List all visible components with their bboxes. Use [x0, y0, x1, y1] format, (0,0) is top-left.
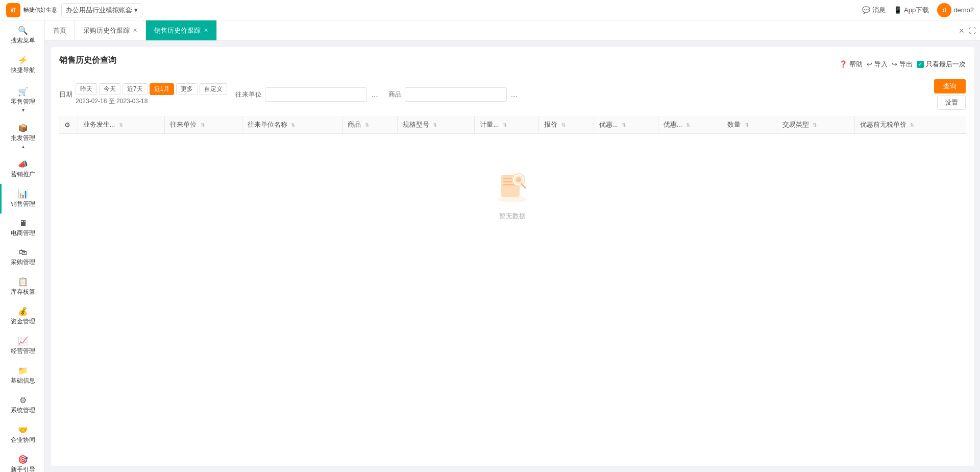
settings-button[interactable]: 设置	[937, 96, 966, 110]
main-layout: 🔍 搜索菜单 ⚡ 快捷导航 🛒 零售管理 ▾ 📦 批发管理 ▴ 📣 营销推广 📊…	[0, 20, 980, 472]
date-btn-last7[interactable]: 近7天	[122, 83, 148, 95]
system-icon: ⚙	[19, 395, 27, 405]
sidebar-item-system[interactable]: ⚙ 系统管理	[0, 390, 44, 420]
th-spec[interactable]: 规格型号 ⇅	[397, 116, 475, 134]
th-trade-type[interactable]: 交易类型 ⇅	[777, 116, 854, 134]
sidebar-label-ecommerce: 电商管理	[11, 229, 35, 238]
page-content: 销售历史价查询 ❓ 帮助 ↩ 导入 ↪ 导出	[45, 41, 980, 472]
sidebar-item-finance[interactable]: 💰 资金管理	[0, 301, 44, 331]
tab-purchase-history[interactable]: 采购历史价跟踪 ✕	[75, 20, 146, 40]
chevron-up-icon: ▴	[22, 144, 24, 149]
th-partner-code[interactable]: 往来单位 ⇅	[164, 116, 242, 134]
help-action[interactable]: ❓ 帮助	[839, 60, 863, 69]
sort-arrows-partner: ⇅	[201, 122, 205, 128]
empty-text: 暂无数据	[499, 211, 526, 221]
enterprise-icon: 🤝	[18, 425, 28, 435]
date-btn-yesterday[interactable]: 昨天	[76, 83, 97, 95]
logo-area: 好 畅捷信好生意	[6, 3, 57, 17]
only-last-checkbox-label[interactable]: ✓ 只看最后一次	[917, 60, 966, 69]
tab-sales-history[interactable]: 销售历史价跟踪 ✕	[146, 20, 217, 40]
th-gear[interactable]: ⚙	[59, 116, 78, 134]
product-input[interactable]	[405, 87, 507, 102]
sidebar-item-quick-nav[interactable]: ⚡ 快捷导航	[0, 50, 44, 80]
tabs-close-all-icon[interactable]: ✕	[959, 27, 965, 35]
sales-icon: 📊	[18, 189, 28, 199]
date-btn-last1m[interactable]: 近1月	[150, 83, 175, 95]
user-action[interactable]: d demo2	[937, 3, 974, 17]
th-discount2[interactable]: 优惠... ⇅	[658, 116, 722, 134]
sidebar-item-search-menu[interactable]: 🔍 搜索菜单	[0, 20, 44, 50]
query-button[interactable]: 查询	[934, 79, 966, 93]
product-picker-icon[interactable]: ...	[509, 90, 520, 99]
sidebar-item-sales[interactable]: 📊 销售管理	[0, 184, 44, 214]
tab-purchase-label: 采购历史价跟踪	[83, 26, 130, 35]
quick-nav-icon: ⚡	[18, 55, 28, 65]
sidebar-item-enterprise[interactable]: 🤝 企业协同	[0, 420, 44, 450]
tab-purchase-close-icon[interactable]: ✕	[133, 27, 137, 34]
th-quantity[interactable]: 数量 ⇅	[722, 116, 777, 134]
table-container: ⚙ 业务发生... ⇅ 往来单位 ⇅	[59, 116, 966, 251]
tab-home-label: 首页	[53, 26, 66, 35]
th-partner-name[interactable]: 往来单位名称 ⇅	[242, 116, 342, 134]
sort-arrows-trade: ⇅	[813, 122, 817, 128]
th-business-date-label: 业务发生...	[83, 121, 115, 128]
header-left: 好 畅捷信好生意 办公用品行业模拟账套 ▾	[6, 3, 142, 17]
page-title: 销售历史价查询	[59, 55, 116, 66]
th-pre-tax-label: 优惠前无税单价	[860, 121, 906, 128]
sidebar-item-retail[interactable]: 🛒 零售管理 ▾	[0, 82, 44, 118]
th-product[interactable]: 商品 ⇅	[342, 116, 397, 134]
message-action[interactable]: 💬 消息	[862, 6, 886, 15]
date-btn-custom[interactable]: 自定义	[200, 83, 227, 95]
sidebar-item-guide[interactable]: 🎯 新手引导	[0, 450, 44, 472]
tabs-expand-icon[interactable]: ⛶	[969, 27, 976, 35]
export-label: 导出	[899, 60, 913, 69]
gear-icon: ⚙	[64, 121, 70, 129]
phone-icon: 📱	[894, 6, 902, 14]
top-header: 好 畅捷信好生意 办公用品行业模拟账套 ▾ 💬 消息 📱 App下载 d dem…	[0, 0, 980, 20]
partner-input[interactable]	[265, 87, 367, 102]
th-unit-label: 计量...	[480, 121, 499, 128]
app-selector-button[interactable]: 办公用品行业模拟账套 ▾	[61, 3, 142, 17]
sidebar-item-inventory[interactable]: 📋 库存核算	[0, 272, 44, 301]
sidebar-label-sales: 销售管理	[11, 200, 35, 208]
logo-text: 畅捷信好生意	[23, 6, 57, 13]
retail-icon: 🛒	[18, 87, 28, 97]
sidebar-label-retail: 零售管理	[11, 98, 35, 106]
sidebar-item-basic-info[interactable]: 📁 基础信息	[0, 361, 44, 390]
help-label: 帮助	[849, 60, 863, 69]
sidebar-label-inventory: 库存核算	[11, 288, 35, 296]
sidebar-item-ecommerce[interactable]: 🖥 电商管理	[0, 214, 44, 243]
content-area: 首页 采购历史价跟踪 ✕ 销售历史价跟踪 ✕ ✕ ⛶ 销售历史价查询	[45, 20, 980, 472]
sidebar-label-wholesale: 批发管理	[11, 134, 35, 143]
tab-home[interactable]: 首页	[45, 20, 75, 40]
export-action[interactable]: ↪ 导出	[892, 60, 913, 69]
search-icon: 🔍	[18, 26, 28, 35]
only-last-label: 只看最后一次	[926, 60, 966, 69]
partner-label: 往来单位	[235, 90, 262, 99]
sidebar-item-operations[interactable]: 📈 经营管理	[0, 331, 44, 361]
app-selector-label: 办公用品行业模拟账套	[66, 6, 132, 15]
sidebar-item-wholesale[interactable]: 📦 批发管理 ▴	[0, 118, 44, 154]
only-last-checkbox[interactable]: ✓	[917, 61, 924, 68]
tab-sales-close-icon[interactable]: ✕	[204, 27, 208, 34]
date-filter: 昨天 今天 近7天 近1月 更多 自定义 2023-02-18 至 2023-0…	[76, 83, 227, 106]
th-unit[interactable]: 计量... ⇅	[475, 116, 539, 134]
th-business-date[interactable]: 业务发生... ⇅	[78, 116, 164, 134]
partner-picker-icon[interactable]: ...	[369, 90, 380, 99]
sidebar-item-marketing[interactable]: 📣 营销推广	[0, 154, 44, 184]
import-action[interactable]: ↩ 导入	[867, 60, 888, 69]
data-table: ⚙ 业务发生... ⇅ 往来单位 ⇅	[59, 116, 966, 134]
app-download-action[interactable]: 📱 App下载	[894, 6, 929, 15]
message-icon: 💬	[862, 6, 870, 14]
th-product-label: 商品	[348, 121, 361, 128]
sidebar-item-purchase[interactable]: 🛍 采购管理	[0, 243, 44, 272]
th-price[interactable]: 报价 ⇅	[539, 116, 594, 134]
table-header: ⚙ 业务发生... ⇅ 往来单位 ⇅	[59, 116, 966, 134]
th-discount1[interactable]: 优惠... ⇅	[594, 116, 658, 134]
th-pre-tax-price[interactable]: 优惠前无税单价 ⇅	[854, 116, 966, 134]
date-label: 日期	[59, 90, 72, 99]
date-btn-more[interactable]: 更多	[176, 83, 198, 95]
chevron-down-icon: ▾	[22, 107, 24, 113]
date-btn-today[interactable]: 今天	[99, 83, 120, 95]
product-filter-group: 商品 ...	[388, 87, 520, 102]
